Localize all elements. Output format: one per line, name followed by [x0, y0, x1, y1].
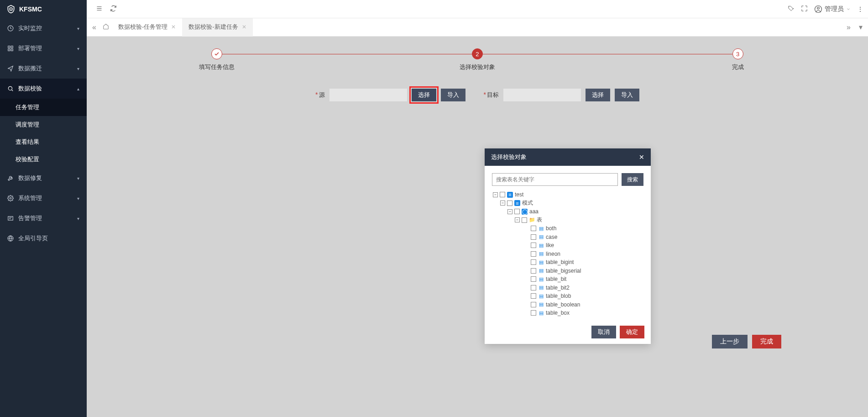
checkbox[interactable] [531, 259, 536, 265]
checkbox[interactable] [531, 302, 536, 307]
user-menu-btn[interactable]: 管理员 [814, 5, 851, 13]
tree-item[interactable]: ▤table_boolean [493, 301, 643, 309]
sidebar-item-validate[interactable]: 数据校验 ▴ [0, 79, 87, 99]
source-input[interactable] [329, 89, 407, 101]
tree-label: table_boolean [546, 301, 580, 308]
checkbox[interactable] [531, 310, 536, 316]
tab-label: 数据校验-任务管理 [118, 23, 167, 31]
checkbox[interactable] [531, 243, 536, 248]
finish-btn[interactable]: 完成 [752, 335, 781, 348]
dialog-close-btn[interactable]: ✕ [639, 153, 644, 161]
sidebar-item-monitor[interactable]: 实时监控 ▾ [0, 18, 87, 38]
fullscreen-icon[interactable] [801, 5, 808, 13]
step-label: 填写任务信息 [199, 63, 235, 71]
tabs-scroll-right[interactable]: » [843, 23, 854, 32]
tree-label: table_bigserial [546, 268, 581, 274]
tree-spacer [524, 226, 529, 231]
tree-item[interactable]: −≡test [493, 190, 643, 199]
checkbox[interactable] [531, 285, 536, 290]
sidebar-item-repair[interactable]: 数据修复 ▾ [0, 168, 87, 188]
tree-item[interactable]: ▤table_blob [493, 292, 643, 300]
checkbox[interactable] [531, 293, 536, 299]
checkbox[interactable] [500, 192, 505, 197]
tab-newtask[interactable]: 数据校验-新建任务 ✕ [182, 18, 252, 37]
tree-item[interactable]: ▤table_bigint [493, 258, 643, 266]
sidebar-sub-config[interactable]: 校验配置 [0, 151, 87, 168]
svg-rect-5 [8, 46, 10, 48]
tabs-menu[interactable]: ▾ [856, 23, 865, 32]
sidebar-label: 实时监控 [18, 24, 77, 32]
more-icon[interactable]: ⋮ [857, 5, 863, 13]
checkbox[interactable] [531, 251, 536, 257]
step-2: 2 选择校验对象 [347, 48, 608, 71]
table-search-input[interactable] [492, 173, 618, 186]
step-3: 3 完成 [607, 48, 868, 71]
source-import-btn[interactable]: 导入 [441, 89, 465, 101]
checkbox[interactable] [531, 226, 536, 231]
source-select-btn[interactable]: 选择 [412, 89, 436, 101]
tree-item[interactable]: ▤case [493, 233, 643, 241]
chevron-down-icon: ▾ [77, 216, 79, 221]
table-icon: ▤ [538, 293, 544, 299]
checkbox[interactable] [531, 276, 536, 282]
svg-point-10 [10, 197, 11, 199]
target-import-btn[interactable]: 导入 [615, 89, 639, 101]
tree-item[interactable]: ▤table_bigserial [493, 267, 643, 275]
chevron-down-icon: ▾ [77, 176, 79, 181]
prev-step-btn[interactable]: 上一步 [712, 335, 748, 348]
sidebar-item-global[interactable]: 全局引导页 [0, 228, 87, 248]
collapse-icon[interactable]: − [500, 201, 505, 206]
checkbox[interactable] [522, 217, 527, 223]
chevron-down-icon [846, 7, 851, 11]
checkbox[interactable] [531, 268, 536, 274]
tree-item[interactable]: −≡模式 [493, 199, 643, 207]
tree-item[interactable]: ▤both [493, 224, 643, 232]
tree-item[interactable]: ▤table_bit2 [493, 284, 643, 292]
sidebar-sub-taskmgr[interactable]: 任务管理 [0, 99, 87, 116]
close-icon[interactable]: ✕ [171, 24, 176, 30]
sidebar-sub-schedule[interactable]: 调度管理 [0, 116, 87, 133]
dialog-cancel-btn[interactable]: 取消 [591, 326, 616, 338]
tag-icon[interactable] [788, 5, 795, 13]
logo-icon [6, 5, 16, 14]
refresh-btn[interactable] [106, 2, 120, 16]
tab-taskmgr[interactable]: 数据校验-任务管理 ✕ [112, 18, 182, 37]
collapse-icon[interactable]: − [515, 217, 520, 222]
sidebar-label: 数据校验 [18, 84, 77, 93]
tree-item[interactable]: −📁表 [493, 216, 643, 224]
tabs-scroll-left[interactable]: « [89, 23, 99, 32]
collapse-sidebar-btn[interactable] [92, 2, 106, 16]
dialog-footer: 取消 确定 [485, 320, 651, 344]
checkbox[interactable] [531, 234, 536, 240]
tab-home[interactable] [100, 23, 112, 32]
tree-item[interactable]: ▤table_bytea [493, 317, 643, 319]
sidebar-item-deploy[interactable]: 部署管理 ▾ [0, 38, 87, 58]
sidebar-item-alert[interactable]: 告警管理 ▾ [0, 208, 87, 228]
tree-item[interactable]: ▤lineon [493, 250, 643, 258]
dialog-ok-btn[interactable]: 确定 [620, 326, 644, 338]
tree-label: 表 [537, 216, 542, 224]
search-btn[interactable]: 搜索 [622, 173, 643, 186]
collapse-icon[interactable]: − [493, 192, 498, 197]
target-input[interactable] [503, 89, 581, 101]
target-select-btn[interactable]: 选择 [586, 89, 610, 101]
sidebar-sub-results[interactable]: 查看结果 [0, 133, 87, 151]
tree-item[interactable]: −◯aaa [493, 207, 643, 216]
tree-scroll[interactable]: −≡test−≡模式−◯aaa−📁表▤both▤case▤like▤lineon… [492, 190, 643, 318]
alert-icon [7, 215, 14, 222]
tree-label: table_bit [546, 276, 566, 282]
close-icon[interactable]: ✕ [242, 24, 246, 30]
select-object-dialog: 选择校验对象 ✕ 搜索 −≡test−≡模式−◯aaa−📁表▤both▤case… [485, 148, 651, 344]
checkbox[interactable] [507, 201, 512, 206]
tree-item[interactable]: ▤table_bit [493, 275, 643, 283]
tree-item[interactable]: ▤like [493, 241, 643, 249]
chevron-down-icon: ▾ [77, 66, 79, 71]
header-left-controls [87, 2, 126, 16]
sidebar-item-migration[interactable]: 数据搬迁 ▾ [0, 58, 87, 79]
chevron-down-icon: ▾ [77, 196, 79, 201]
checkbox[interactable] [514, 209, 520, 214]
sidebar-item-system[interactable]: 系统管理 ▾ [0, 188, 87, 208]
collapse-icon[interactable]: − [507, 209, 512, 214]
tree-label: test [515, 191, 523, 198]
tree-item[interactable]: ▤table_box [493, 309, 643, 317]
